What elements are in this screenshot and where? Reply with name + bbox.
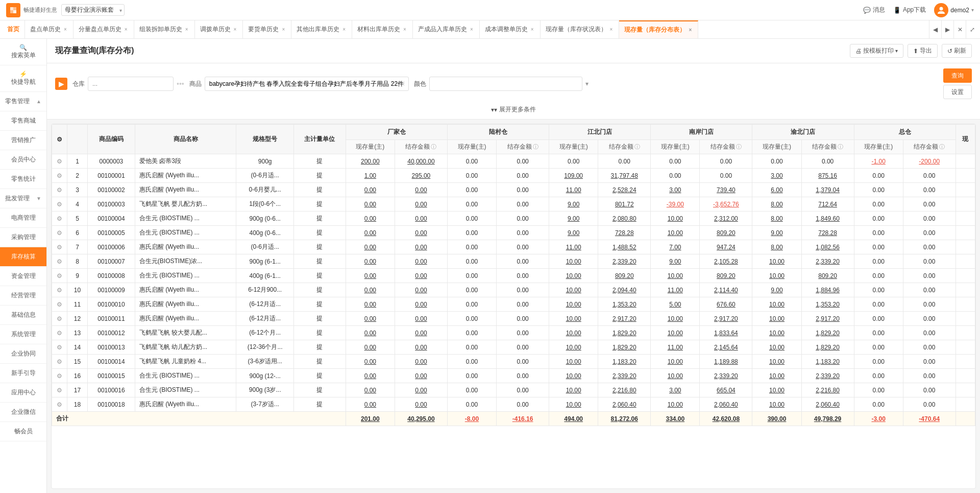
row-total-qty[interactable]: 0.00 xyxy=(854,383,903,397)
tab-assembly[interactable]: 组装拆卸单历史 × xyxy=(134,20,195,39)
row-settings[interactable]: ⚙ xyxy=(52,355,67,369)
row-total-qty[interactable]: 0.00 xyxy=(854,355,903,369)
sidebar-item-ops[interactable]: 经营管理 xyxy=(0,286,46,306)
row-settings[interactable]: ⚙ xyxy=(52,183,67,197)
row-na-amt[interactable]: 2,145.64 xyxy=(700,340,752,355)
row-lc-amt[interactable]: 0.00 xyxy=(497,283,549,297)
row-total-qty[interactable]: 0.00 xyxy=(854,397,903,412)
row-yb-qty[interactable]: 9.00 xyxy=(752,283,801,297)
row-na-qty[interactable]: 10.00 xyxy=(651,269,700,283)
row-lc-qty[interactable]: 0.00 xyxy=(447,397,496,412)
row-yb-amt[interactable]: 1,829.20 xyxy=(801,326,854,340)
row-lc-qty[interactable]: 0.00 xyxy=(447,283,496,297)
setting-btn[interactable]: 设置 xyxy=(943,85,972,99)
row-yb-amt[interactable]: 809.20 xyxy=(801,269,854,283)
row-jb-amt[interactable]: 801.72 xyxy=(598,197,651,212)
row-lc-amt[interactable]: 0.00 xyxy=(497,326,549,340)
row-yb-qty[interactable]: 10.00 xyxy=(752,383,801,397)
total-fj-amt[interactable]: 40,295.00 xyxy=(395,412,448,426)
sidebar-item-finance[interactable]: 资金管理 xyxy=(0,267,46,286)
row-fj-amt[interactable]: 0.00 xyxy=(395,369,448,383)
row-total-amt[interactable]: 0.00 xyxy=(903,326,955,340)
row-lc-qty[interactable]: 0.00 xyxy=(447,240,496,254)
row-jb-amt[interactable]: 728.28 xyxy=(598,226,651,240)
row-lc-amt[interactable]: 0.00 xyxy=(497,340,549,355)
row-na-qty[interactable]: -39.00 xyxy=(651,197,700,212)
row-settings[interactable]: ⚙ xyxy=(52,397,67,412)
row-total-amt[interactable]: 0.00 xyxy=(903,212,955,226)
sidebar-item-search[interactable]: 🔍 搜索英单 xyxy=(0,39,46,65)
row-fj-amt[interactable]: 0.00 xyxy=(395,383,448,397)
tab-stock-status[interactable]: 现存量（库存状况表） × xyxy=(541,20,620,39)
row-yb-qty[interactable]: 10.00 xyxy=(752,326,801,340)
row-na-qty[interactable]: 10.00 xyxy=(651,369,700,383)
row-jb-qty[interactable]: 9.00 xyxy=(549,212,598,226)
row-fj-qty[interactable]: 0.00 xyxy=(346,254,395,269)
row-yb-qty[interactable]: 8.00 xyxy=(752,212,801,226)
row-lc-amt[interactable]: 0.00 xyxy=(497,312,549,326)
row-na-amt[interactable]: 0.00 xyxy=(700,154,752,169)
row-lc-qty[interactable]: 0.00 xyxy=(447,340,496,355)
total-na-qty[interactable]: 334.00 xyxy=(651,412,700,426)
row-yb-amt[interactable]: 1,829.20 xyxy=(801,340,854,355)
row-settings[interactable]: ⚙ xyxy=(52,240,67,254)
row-na-qty[interactable]: 10.00 xyxy=(651,212,700,226)
sidebar-item-purchase[interactable]: 采购管理 xyxy=(0,228,46,247)
row-fj-amt[interactable]: 295.00 xyxy=(395,169,448,183)
row-fj-amt[interactable]: 0.00 xyxy=(395,226,448,240)
tab-close-assembly[interactable]: × xyxy=(184,26,189,33)
row-fj-amt[interactable]: 0.00 xyxy=(395,326,448,340)
sidebar-item-shortcuts[interactable]: ⚡ 快捷导航 xyxy=(0,65,46,92)
row-yb-qty[interactable]: 9.00 xyxy=(752,226,801,240)
row-jb-amt[interactable]: 31,797.48 xyxy=(598,169,651,183)
row-total-qty[interactable]: 0.00 xyxy=(854,169,903,183)
tab-requisition[interactable]: 要货单历史 × xyxy=(243,20,291,39)
refresh-btn[interactable]: ↺ 刷新 xyxy=(942,44,972,58)
row-yb-qty[interactable]: 10.00 xyxy=(752,355,801,369)
sidebar-item-inventory[interactable]: 库存核算 xyxy=(0,247,46,267)
row-jb-qty[interactable]: 10.00 xyxy=(549,397,598,412)
messages-btn[interactable]: 💬 消息 xyxy=(863,6,885,14)
row-lc-qty[interactable]: 0.00 xyxy=(447,355,496,369)
row-jb-amt[interactable]: 2,080.80 xyxy=(598,212,651,226)
sidebar-item-marketing[interactable]: 营销推广 xyxy=(0,131,46,150)
row-fj-amt[interactable]: 0.00 xyxy=(395,340,448,355)
row-na-amt[interactable]: 0.00 xyxy=(700,169,752,183)
row-jb-qty[interactable]: 0.00 xyxy=(549,154,598,169)
row-yb-amt[interactable]: 728.28 xyxy=(801,226,854,240)
row-lc-amt[interactable]: 0.00 xyxy=(497,369,549,383)
tab-material-out[interactable]: 材料出库单历史 × xyxy=(352,20,413,39)
row-fj-qty[interactable]: 0.00 xyxy=(346,355,395,369)
row-na-amt[interactable]: 1,189.88 xyxy=(700,355,752,369)
warehouse-more-icon[interactable]: ••• xyxy=(177,80,184,88)
row-fj-qty[interactable]: 0.00 xyxy=(346,397,395,412)
row-na-qty[interactable]: 0.00 xyxy=(651,154,700,169)
row-fj-qty[interactable]: 0.00 xyxy=(346,197,395,212)
row-fj-qty[interactable]: 0.00 xyxy=(346,212,395,226)
filter-expand-btn[interactable]: ▶ xyxy=(55,78,67,90)
row-total-amt[interactable]: 0.00 xyxy=(903,240,955,254)
row-jb-qty[interactable]: 10.00 xyxy=(549,326,598,340)
total-yb-qty[interactable]: 390.00 xyxy=(752,412,801,426)
row-lc-qty[interactable]: 0.00 xyxy=(447,226,496,240)
row-yb-amt[interactable]: 2,339.20 xyxy=(801,254,854,269)
row-total-qty[interactable]: 0.00 xyxy=(854,297,903,312)
row-total-amt[interactable]: 0.00 xyxy=(903,383,955,397)
row-na-amt[interactable]: 2,917.20 xyxy=(700,312,752,326)
row-settings[interactable]: ⚙ xyxy=(52,269,67,283)
table-container[interactable]: ⚙ 商品编码 商品名称 规格型号 主计量单位 厂家仓 陆村仓 江北门店 南岸门店… xyxy=(51,124,976,489)
row-lc-amt[interactable]: 0.00 xyxy=(497,269,549,283)
row-na-qty[interactable]: 7.00 xyxy=(651,240,700,254)
row-total-amt[interactable]: 0.00 xyxy=(903,254,955,269)
print-btn[interactable]: 🖨 按模板打印 ▾ xyxy=(850,44,903,58)
row-na-amt[interactable]: 809.20 xyxy=(700,269,752,283)
row-yb-qty[interactable]: 10.00 xyxy=(752,254,801,269)
row-total-qty[interactable]: 0.00 xyxy=(854,326,903,340)
search-btn[interactable]: 查询 xyxy=(943,68,972,83)
row-na-amt[interactable]: 2,060.40 xyxy=(700,397,752,412)
row-yb-amt[interactable]: 1,082.56 xyxy=(801,240,854,254)
row-fj-qty[interactable]: 0.00 xyxy=(346,326,395,340)
row-total-amt[interactable]: 0.00 xyxy=(903,397,955,412)
row-yb-qty[interactable]: 8.00 xyxy=(752,197,801,212)
row-jb-amt[interactable]: 1,183.20 xyxy=(598,355,651,369)
